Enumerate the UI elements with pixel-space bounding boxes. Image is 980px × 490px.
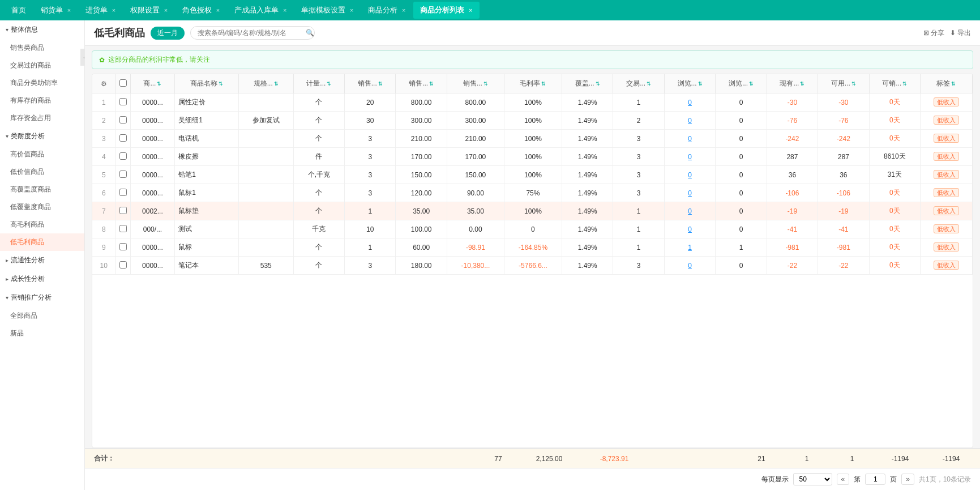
search-input[interactable] [190, 26, 315, 40]
th-tag[interactable]: 标签⇅ [920, 74, 972, 93]
th-settings[interactable]: ⚙ [92, 74, 115, 93]
page-size-select[interactable]: 10 20 50 100 [793, 473, 832, 485]
td-checkbox[interactable] [115, 166, 130, 184]
row-checkbox[interactable] [119, 261, 127, 269]
sidebar-item-high-coverage[interactable]: 高覆盖度商品 [0, 181, 84, 198]
sidebar-collapse-button[interactable]: « [80, 49, 85, 66]
nav-home[interactable]: 首页 [5, 2, 33, 19]
th-spec[interactable]: 规格...⇅ [238, 74, 293, 93]
sidebar-item-low-margin[interactable]: 低毛利商品 [0, 233, 84, 251]
select-all-checkbox[interactable] [119, 79, 127, 87]
sidebar-item-all-products[interactable]: 全部商品 [0, 307, 84, 325]
sidebar-item-low-coverage[interactable]: 低覆盖度商品 [0, 198, 84, 216]
sidebar-item-low-value[interactable]: 低价值商品 [0, 163, 84, 181]
td-current-stock: -76 [767, 112, 818, 130]
th-sales-profit[interactable]: 销售...⇅ [447, 74, 504, 93]
close-icon[interactable]: × [350, 7, 353, 14]
td-views1[interactable]: 0 [664, 202, 715, 220]
td-available: 287 [818, 148, 869, 166]
th-gross-rate[interactable]: 毛利率⇅ [504, 74, 562, 93]
prev-page-button[interactable]: « [837, 474, 850, 485]
nav-product-inbound[interactable]: 产成品入库单 × [228, 2, 293, 19]
table-footer-totals: 合计： 77 2,125.00 -8,723.91 21 1 1 -1194 -… [85, 448, 980, 468]
td-views1[interactable]: 0 [664, 184, 715, 202]
th-sellable[interactable]: 可销...⇅ [869, 74, 920, 93]
nav-purchase-order[interactable]: 进货单 × [79, 2, 122, 19]
nav-product-analysis-list[interactable]: 商品分析列表 × [413, 2, 479, 19]
th-views1[interactable]: 浏览...⇅ [664, 74, 715, 93]
th-available[interactable]: 可用...⇅ [818, 74, 869, 93]
sidebar-item-high-value[interactable]: 高价值商品 [0, 146, 84, 163]
close-icon[interactable]: × [67, 7, 71, 14]
search-icon[interactable]: 🔍 [306, 29, 314, 37]
td-checkbox[interactable] [115, 202, 130, 220]
td-checkbox[interactable] [115, 220, 130, 238]
row-checkbox[interactable] [119, 225, 127, 232]
row-checkbox[interactable] [119, 152, 127, 160]
td-checkbox[interactable] [115, 148, 130, 166]
td-views1[interactable]: 1 [664, 238, 715, 257]
th-sales-qty[interactable]: 销售...⇅ [345, 74, 396, 93]
td-checkbox[interactable] [115, 238, 130, 257]
nav-permissions[interactable]: 权限设置 × [123, 2, 174, 19]
td-views1[interactable]: 0 [664, 148, 715, 166]
sidebar-item-stocked-products[interactable]: 有库存的商品 [0, 92, 84, 109]
th-views2[interactable]: 浏览...⇅ [716, 74, 767, 93]
th-code[interactable]: 商...⇅ [130, 74, 175, 93]
td-views1[interactable]: 0 [664, 130, 715, 148]
sidebar-item-traded-products[interactable]: 交易过的商品 [0, 57, 84, 74]
th-name[interactable]: 商品名称⇅ [175, 74, 239, 93]
td-checkbox[interactable] [115, 112, 130, 130]
th-coverage[interactable]: 覆盖...⇅ [562, 74, 613, 93]
close-icon[interactable]: × [469, 7, 472, 14]
next-page-button[interactable]: » [901, 474, 914, 485]
nav-role-auth[interactable]: 角色授权 × [176, 2, 226, 19]
td-checkbox[interactable] [115, 184, 130, 202]
th-transaction[interactable]: 交易...⇅ [613, 74, 664, 93]
sidebar-item-high-margin[interactable]: 高毛利商品 [0, 216, 84, 233]
row-checkbox[interactable] [119, 171, 127, 178]
td-views1[interactable]: 0 [664, 112, 715, 130]
row-checkbox[interactable] [119, 243, 127, 250]
sidebar-section-overall[interactable]: ▾ 整体信息 [0, 20, 84, 39]
th-sales-amount[interactable]: 销售...⇅ [396, 74, 447, 93]
td-checkbox[interactable] [115, 93, 130, 112]
close-icon[interactable]: × [283, 7, 286, 14]
th-current-stock[interactable]: 现有...⇅ [767, 74, 818, 93]
row-checkbox[interactable] [119, 134, 127, 142]
td-checkbox[interactable] [115, 257, 130, 275]
td-checkbox[interactable] [115, 130, 130, 148]
row-checkbox[interactable] [119, 189, 127, 196]
filter-recent-month-button[interactable]: 近一月 [151, 27, 185, 40]
sidebar-section-growth[interactable]: ▸ 成长性分析 [0, 270, 84, 288]
row-checkbox[interactable] [119, 116, 127, 123]
close-icon[interactable]: × [112, 7, 115, 14]
page-number-input[interactable] [865, 474, 885, 485]
row-checkbox[interactable] [119, 98, 127, 105]
td-views1[interactable]: 0 [664, 220, 715, 238]
td-unit: 个,千克 [293, 166, 344, 184]
nav-product-analysis[interactable]: 商品分析 × [361, 2, 412, 19]
close-icon[interactable]: × [164, 7, 168, 14]
sidebar-item-sales-products[interactable]: 销售类商品 [0, 39, 84, 57]
share-button[interactable]: ⊠ 分享 [923, 28, 944, 38]
sidebar-section-durability[interactable]: ▾ 类耐度分析 [0, 127, 84, 146]
close-icon[interactable]: × [216, 7, 220, 14]
sidebar-item-category-sales-rate[interactable]: 商品分类助销率 [0, 74, 84, 92]
sidebar-item-new-products[interactable]: 新品 [0, 325, 84, 342]
td-views1[interactable]: 0 [664, 93, 715, 112]
settings-icon[interactable]: ⚙ [101, 80, 107, 88]
sidebar-section-marketing[interactable]: ▾ 营销推广分析 [0, 288, 84, 307]
sidebar-section-circulation[interactable]: ▸ 流通性分析 [0, 251, 84, 270]
td-views1[interactable]: 0 [664, 166, 715, 184]
td-views1[interactable]: 0 [664, 257, 715, 275]
nav-sales-order[interactable]: 销货单 × [34, 2, 78, 19]
th-unit[interactable]: 计量...⇅ [293, 74, 344, 93]
export-button[interactable]: ⬇ 导出 [950, 28, 971, 38]
nav-template-settings[interactable]: 单据模板设置 × [294, 2, 360, 19]
sidebar-item-inventory-capital[interactable]: 库存资金占用 [0, 109, 84, 127]
row-checkbox[interactable] [119, 207, 127, 214]
td-coverage: 1.49% [562, 257, 613, 275]
close-icon[interactable]: × [402, 7, 405, 14]
td-sales-profit: -10,380... [447, 257, 504, 275]
